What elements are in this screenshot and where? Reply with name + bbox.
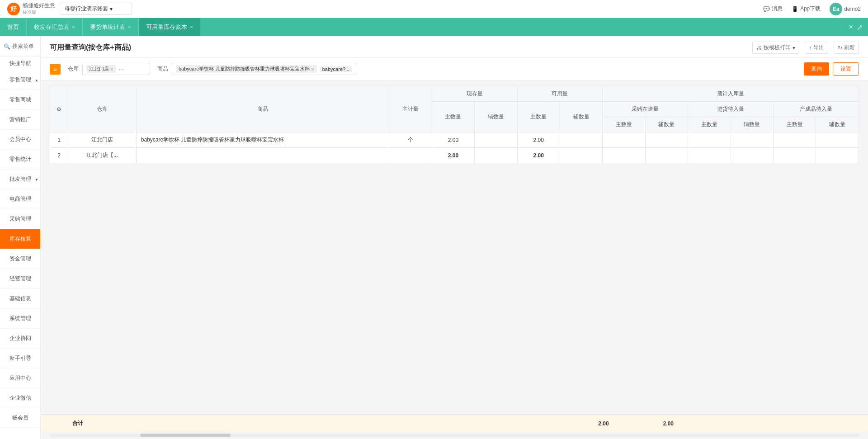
sidebar-item-basic[interactable]: 基础信息	[0, 289, 40, 309]
filter-bar: » 仓库 江北门店 × ··· 商品 babycare学饮杯 儿童防摔防撞吸管杯…	[41, 58, 868, 80]
sidebar-item-label: 新手引导	[9, 354, 31, 362]
sidebar-item-wholesale[interactable]: 批发管理	[0, 170, 40, 189]
sidebar-item-retail-mgmt[interactable]: 零售管理	[0, 70, 40, 90]
sidebar-item-marketing[interactable]: 营销推广	[0, 110, 40, 130]
industry-selector[interactable]: 母婴行业演示账套 ▾	[60, 3, 132, 15]
username: demo2	[844, 6, 861, 12]
sidebar-item-retail-mall[interactable]: 零售商城	[0, 90, 40, 110]
table-row: 1 江北门店 babycare学饮杯 儿童防摔防撞吸管杯重力球吸嘴杯宝宝水杯 个…	[50, 132, 859, 148]
logo-text-area: 畅捷通好生意 标准版	[23, 2, 55, 16]
tab-available[interactable]: 可用量库存账本 ×	[139, 18, 201, 36]
download-btn[interactable]: 📱 App下载	[792, 5, 821, 13]
tab-collect[interactable]: 收发存汇总表 ×	[27, 18, 83, 36]
tab-collect-label: 收发存汇总表	[34, 23, 69, 31]
sidebar-item-label: 企业协同	[9, 335, 31, 342]
sidebar-item-newbie[interactable]: 新手引导	[0, 349, 40, 368]
row1-warehouse: 江北门店	[68, 132, 137, 148]
print-label: 按模板打印	[764, 44, 791, 52]
print-btn[interactable]: 🖨 按模板打印 ▾	[752, 42, 799, 54]
sidebar-item-member[interactable]: 会员中心	[0, 130, 40, 150]
incoming-header: 进货待入量	[688, 102, 774, 117]
sidebar-item-retail-stat[interactable]: 零售统计	[0, 150, 40, 170]
row2-product	[136, 148, 389, 163]
warehouse-tag-close[interactable]: ×	[110, 66, 113, 72]
current-stock-col-header: 现存量	[432, 86, 517, 102]
sidebar-item-inventory[interactable]: 库存核算	[0, 229, 40, 249]
export-btn[interactable]: ↑ 导出	[805, 42, 828, 54]
quick-nav-label: 快捷导航	[9, 60, 31, 67]
sidebar-item-app-center[interactable]: 应用中心	[0, 368, 40, 388]
sidebar-item-label: 系统管理	[9, 315, 31, 322]
footer-avail-main: 2.00	[659, 420, 678, 427]
sidebar-item-label: 采购管理	[9, 215, 31, 223]
table-scrollbar[interactable]	[50, 434, 859, 437]
settings-col-header[interactable]: ⚙	[50, 86, 68, 132]
close-tab-btn[interactable]: ×	[849, 23, 853, 31]
filter-actions: 查询 设置	[804, 62, 859, 76]
row2-avail-aux	[560, 148, 602, 163]
tab-available-label: 可用量库存账本	[146, 23, 187, 31]
warehouse-filter-input[interactable]: 江北门店 × ···	[82, 63, 150, 75]
tab-order-stat-label: 要货单统计表	[90, 23, 125, 31]
sidebar-item-purchase[interactable]: 采购管理	[0, 209, 40, 229]
filter-dots: ···	[118, 66, 124, 73]
logo-sub: 标准版	[23, 9, 55, 15]
tab-order-stat-close[interactable]: ×	[128, 24, 131, 30]
sidebar-item-operation[interactable]: 经营管理	[0, 269, 40, 289]
product-filter-input[interactable]: babycare学饮杯 儿童防摔防撞吸管杯重力球吸嘴杯宝宝水杯 × babyca…	[172, 63, 356, 75]
tab-collect-close[interactable]: ×	[72, 24, 75, 30]
sidebar-item-label: 经营管理	[9, 275, 31, 283]
message-btn[interactable]: 💬 消息	[763, 5, 783, 13]
sidebar-item-finance[interactable]: 资金管理	[0, 249, 40, 269]
sidebar-item-label: 资金管理	[9, 255, 31, 263]
chevron-down-icon: ▾	[110, 6, 113, 12]
page-actions: 🖨 按模板打印 ▾ ↑ 导出 ↻ 刷新	[752, 42, 859, 54]
top-bar-right: 💬 消息 📱 App下载 Ea demo2	[763, 3, 861, 15]
refresh-label: 刷新	[844, 44, 855, 52]
incoming-main-header: 主数量	[688, 117, 731, 132]
sidebar-item-label: 电商管理	[9, 195, 31, 203]
row1-stock-main: 2.00	[432, 132, 474, 148]
search-menu-btn[interactable]: 🔍 搜索菜单	[0, 40, 40, 53]
sidebar-item-label: 零售商城	[9, 96, 31, 104]
setting-btn[interactable]: 设置	[833, 62, 859, 76]
user-area[interactable]: Ea demo2	[830, 3, 861, 15]
message-icon: 💬	[763, 6, 770, 12]
content-area: 可用量查询(按仓库+商品) 🖨 按模板打印 ▾ ↑ 导出 ↻ 刷新 »	[41, 36, 868, 439]
sidebar-item-system[interactable]: 系统管理	[0, 309, 40, 329]
sidebar-item-pro-member[interactable]: 畅会员	[0, 408, 40, 428]
filter-toggle-btn[interactable]: »	[50, 64, 61, 75]
incoming-aux-header: 辅数量	[731, 117, 773, 132]
warehouse-filter-label: 仓库	[68, 65, 79, 73]
tab-order-stat[interactable]: 要货单统计表 ×	[83, 18, 139, 36]
tab-available-close[interactable]: ×	[190, 24, 193, 30]
expand-tab-btn[interactable]: ⤢	[857, 23, 863, 32]
row2-warehouse: 江北门店【...	[68, 148, 137, 163]
tab-home-label: 首页	[7, 23, 19, 31]
avail-aux-header: 辅数量	[560, 102, 602, 132]
sidebar-item-corp[interactable]: 企业协同	[0, 329, 40, 349]
sidebar-item-label: 批发管理	[9, 175, 31, 183]
query-btn[interactable]: 查询	[804, 62, 829, 76]
avatar: Ea	[830, 3, 842, 15]
industry-label: 母婴行业演示账套	[65, 5, 108, 13]
row1-prod-aux	[816, 132, 859, 148]
sidebar-item-corp-wechat[interactable]: 企业微信	[0, 388, 40, 408]
row1-avail-aux	[560, 132, 602, 148]
purchase-transit-header: 采购在途量	[603, 102, 688, 117]
table-scroll-thumb[interactable]	[140, 434, 231, 437]
sidebar-item-ecommerce[interactable]: 电商管理	[0, 189, 40, 209]
tab-home[interactable]: 首页	[0, 18, 27, 36]
refresh-btn[interactable]: ↻ 刷新	[834, 42, 859, 54]
export-label: 导出	[813, 44, 824, 52]
table-footer: 合计 2.00 2.00	[41, 414, 868, 432]
page-header: 可用量查询(按仓库+商品) 🖨 按模板打印 ▾ ↑ 导出 ↻ 刷新	[41, 36, 868, 58]
row2-stock-main: 2.00	[432, 148, 474, 163]
production-header: 产成品待入量	[774, 102, 859, 117]
prod-aux-header: 辅数量	[816, 117, 859, 132]
page-title: 可用量查询(按仓库+商品)	[50, 43, 131, 52]
purchase-main-header: 主数量	[603, 117, 645, 132]
sidebar-quick-nav[interactable]: 快捷导航	[0, 57, 40, 70]
product-tag1-close[interactable]: ×	[311, 66, 314, 72]
print-icon: 🖨	[756, 45, 762, 51]
